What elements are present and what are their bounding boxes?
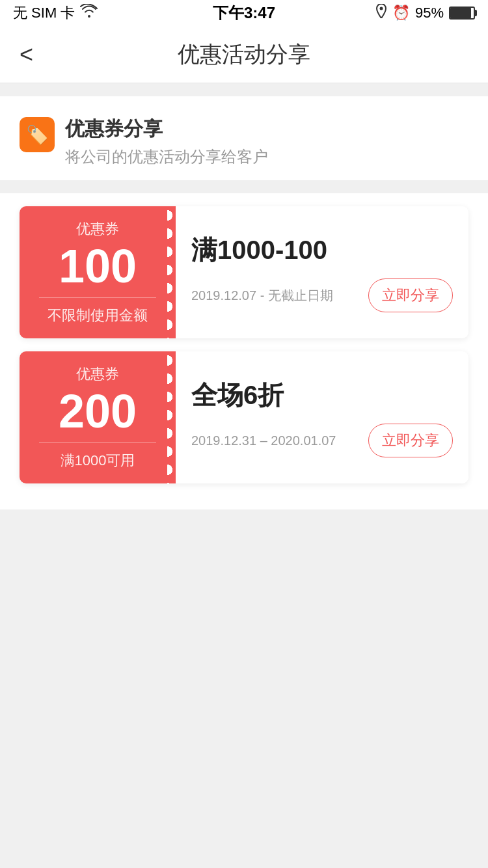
nav-bar: < 优惠活动分享 [0,26,488,83]
coupon-card-1: 优惠券 100 不限制使用金额 满1000-100 2019.12.07 - 无… [20,206,468,338]
wifi-icon [80,4,98,22]
page-title: 优惠活动分享 [178,40,310,70]
alarm-icon: ⏰ [392,5,410,21]
status-bar: 无 SIM 卡 下午3:47 ⏰ 95% [0,0,488,26]
status-right: ⏰ 95% [375,4,475,22]
coupon-left-2: 优惠券 200 满1000可用 [20,351,176,483]
coupon-right-1: 满1000-100 2019.12.07 - 无截止日期 立即分享 [176,206,468,338]
coupon-meta-2: 2019.12.31 – 2020.01.07 立即分享 [191,424,453,457]
coupon-amount-2: 200 [59,388,137,435]
section-header: 🏷️ 优惠券分享 将公司的优惠活动分享给客户 [0,96,488,180]
coupon-label-2: 优惠券 [76,364,119,384]
location-icon [375,4,387,22]
coupon-card-2: 优惠券 200 满1000可用 全场6折 2019.12.31 – 2020.0… [20,351,468,483]
coupon-left-1: 优惠券 100 不限制使用金额 [20,206,176,338]
section-title: 优惠券分享 [65,116,268,142]
share-button-1[interactable]: 立即分享 [368,278,453,312]
coupon-icon: 🏷️ [26,124,49,146]
coupon-meta-1: 2019.12.07 - 无截止日期 立即分享 [191,278,453,312]
coupon-divider-1 [39,297,156,298]
share-button-2[interactable]: 立即分享 [368,424,453,457]
back-button[interactable]: < [20,41,33,68]
status-time: 下午3:47 [213,3,275,23]
coupon-name-2: 全场6折 [191,377,453,413]
coupon-divider-2 [39,442,156,443]
battery-icon [449,7,475,20]
gray-fill-area [0,509,488,868]
section-text: 优惠券分享 将公司的优惠活动分享给客户 [65,116,268,167]
carrier-text: 无 SIM 卡 [13,3,75,23]
coupon-amount-1: 100 [59,243,137,290]
coupon-condition-1: 不限制使用金额 [47,306,148,325]
coupon-date-1: 2019.12.07 - 无截止日期 [191,287,360,305]
svg-point-0 [379,7,383,10]
coupon-date-2: 2019.12.31 – 2020.01.07 [191,433,360,448]
coupon-name-1: 满1000-100 [191,232,453,268]
coupon-label-1: 优惠券 [76,219,119,239]
coupon-condition-2: 满1000可用 [61,451,135,470]
coupon-list: 优惠券 100 不限制使用金额 满1000-100 2019.12.07 - 无… [0,193,488,509]
status-left: 无 SIM 卡 [13,3,98,23]
section-desc: 将公司的优惠活动分享给客户 [65,146,268,167]
battery-text: 95% [415,5,444,21]
section-icon: 🏷️ [20,117,55,152]
coupon-right-2: 全场6折 2019.12.31 – 2020.01.07 立即分享 [176,351,468,483]
